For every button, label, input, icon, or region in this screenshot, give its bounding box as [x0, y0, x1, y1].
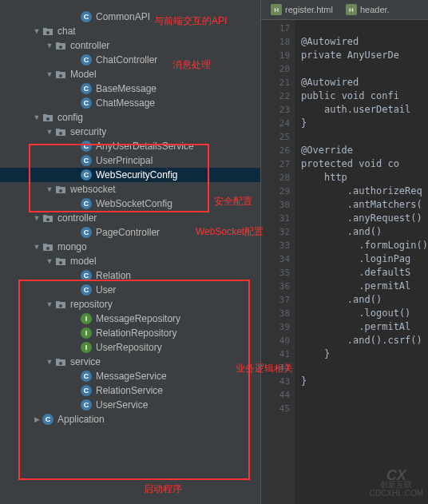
package-icon [54, 183, 67, 196]
tree-item[interactable]: CChatMessage [0, 96, 260, 110]
tree-item[interactable]: ▼repository [0, 297, 260, 312]
tab-label: header. [360, 5, 390, 14]
tree-item[interactable]: CAnyUserDetailsService [0, 139, 260, 153]
annotation: 业务逻辑相关 [236, 362, 293, 375]
tree-item-label: CommonAPI [96, 11, 150, 22]
package-icon [54, 298, 67, 311]
tree-item[interactable]: ▼mongo [0, 240, 260, 254]
tree-item-label: RelationService [96, 385, 163, 396]
svg-point-4 [59, 132, 62, 135]
tree-item[interactable]: CRelation [0, 268, 260, 283]
package-icon [42, 111, 54, 124]
expand-arrow-icon[interactable]: ▼ [32, 243, 42, 251]
code-area[interactable]: 1718192021222324252627282930313233343536… [261, 20, 428, 504]
tree-item-label: websocket [70, 184, 116, 195]
tree-item[interactable]: IRelationRepository [0, 326, 260, 340]
tree-item[interactable]: IMessageRepository [0, 312, 260, 326]
tree-item[interactable]: ▼controller [0, 38, 260, 53]
package-icon [54, 255, 67, 268]
svg-point-0 [46, 31, 50, 34]
expand-arrow-icon[interactable]: ▼ [45, 70, 54, 78]
annotation: 启动程序 [144, 482, 182, 496]
code-content[interactable]: @Autowired private AnyUserDe @Autowired … [295, 20, 428, 504]
tree-item-label: AnyUserDetailsService [96, 141, 194, 152]
svg-point-9 [59, 304, 62, 308]
tree-item-label: MessageRepository [96, 313, 180, 324]
tree-item-label: sercurity [70, 126, 106, 137]
expand-arrow-icon[interactable]: ▼ [45, 185, 54, 193]
tree-item[interactable]: CBaseMessage [0, 81, 260, 96]
tree-item-label: Relation [96, 270, 131, 281]
expand-arrow-icon[interactable]: ▶ [32, 415, 42, 423]
class-icon: C [80, 284, 93, 296]
tree-item[interactable]: ▼model [0, 254, 260, 268]
expand-arrow-icon[interactable]: ▼ [45, 300, 54, 308]
tree-item-label: controller [70, 40, 109, 51]
class-icon: C [80, 399, 93, 411]
project-tree[interactable]: CCommonAPI▼chat▼controllerCChatControlle… [0, 0, 260, 504]
package-icon [42, 25, 54, 38]
annotation: 与前端交互的API [154, 14, 227, 28]
tree-item-label: RelationRepository [96, 327, 176, 339]
class-icon: C [80, 140, 93, 153]
tree-item[interactable]: ▼sercurity [0, 125, 260, 139]
svg-point-2 [59, 74, 62, 77]
tree-item[interactable]: CUserService [0, 398, 260, 412]
tree-item[interactable]: ▼service [0, 355, 260, 369]
svg-point-3 [46, 117, 50, 121]
expand-arrow-icon[interactable]: ▼ [45, 42, 54, 50]
tab-register[interactable]: H register.html [264, 1, 339, 18]
svg-point-6 [46, 218, 50, 221]
expand-arrow-icon[interactable]: ▼ [32, 113, 42, 121]
tree-item-label: mongo [57, 241, 87, 252]
class-icon: C [80, 154, 93, 167]
expand-arrow-icon[interactable]: ▼ [32, 214, 42, 222]
tree-item[interactable]: CUser [0, 283, 260, 297]
watermark: CX 创新互联 CDCXHL.COM [370, 471, 423, 498]
expand-arrow-icon[interactable]: ▼ [45, 128, 54, 136]
class-icon: C [80, 226, 93, 239]
tree-item[interactable]: ▼config [0, 110, 260, 125]
svg-point-8 [59, 261, 62, 264]
class-icon: C [80, 384, 93, 397]
expand-arrow-icon[interactable]: ▼ [32, 27, 42, 35]
tree-item[interactable]: CRelationService [0, 383, 260, 398]
interface-icon: I [80, 341, 93, 354]
tab-label: register.html [285, 5, 333, 14]
tree-item[interactable]: CUserPrincipal [0, 153, 260, 168]
tree-item[interactable]: CWebSecurityConfig [0, 168, 260, 182]
svg-point-5 [59, 189, 62, 192]
interface-icon: I [80, 312, 93, 325]
tree-item[interactable]: ▼controller [0, 211, 260, 225]
package-icon [54, 355, 67, 368]
class-icon: C [42, 413, 54, 426]
tab-header[interactable]: H header. [339, 1, 396, 18]
tree-item-label: chat [57, 26, 76, 37]
tree-item[interactable]: CChatController [0, 53, 260, 67]
package-icon [42, 212, 54, 224]
editor-panel: H register.html H header. 17181920212223… [260, 0, 428, 504]
svg-point-10 [59, 362, 62, 365]
tree-item-label: User [96, 284, 116, 296]
expand-arrow-icon[interactable]: ▼ [45, 358, 54, 366]
annotation: 安全配置 [214, 195, 252, 208]
tree-item[interactable]: IUserRepository [0, 340, 260, 355]
editor-tabs[interactable]: H register.html H header. [261, 0, 428, 20]
tree-item-label: WebSocketConfig [96, 198, 172, 209]
tree-item[interactable]: CMessageService [0, 369, 260, 383]
expand-arrow-icon[interactable]: ▼ [45, 257, 54, 265]
tree-item-label: Model [70, 69, 97, 80]
tree-item[interactable]: ▶CApplication [0, 412, 260, 427]
html-file-icon: H [346, 4, 357, 15]
tree-item-label: BaseMessage [96, 83, 157, 94]
annotation: WebSocket配置 [196, 225, 264, 239]
tree-item[interactable]: ▼Model [0, 67, 260, 81]
tree-item-label: UserService [96, 399, 148, 411]
package-icon [54, 68, 67, 81]
class-icon: C [80, 82, 93, 95]
class-icon: C [80, 370, 93, 383]
package-icon [54, 125, 67, 138]
class-icon: C [80, 197, 93, 210]
tree-item-label: model [70, 256, 97, 267]
class-icon: C [80, 10, 93, 23]
